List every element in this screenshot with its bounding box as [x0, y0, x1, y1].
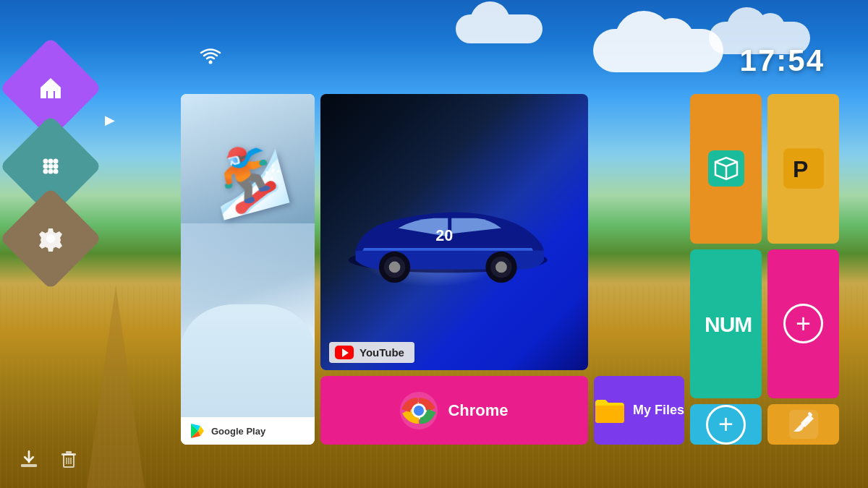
chrome-icon [400, 392, 438, 429]
chrome-label: Chrome [448, 401, 508, 420]
tile-chrome[interactable]: Chrome [320, 376, 588, 445]
tile-circle-add[interactable]: + [690, 404, 762, 445]
tile-num[interactable]: NUM [690, 249, 762, 399]
num-label: NUM [701, 304, 752, 343]
svg-rect-11 [21, 464, 37, 467]
youtube-logo [335, 346, 354, 359]
svg-text:NUM: NUM [705, 312, 752, 336]
svg-point-4 [54, 159, 59, 164]
svg-point-29 [495, 262, 507, 273]
myfiles-label: My Files [633, 403, 684, 418]
svg-text:P: P [793, 156, 808, 182]
tile-plex[interactable]: P [767, 94, 839, 244]
svg-point-9 [48, 169, 54, 174]
tile-myfiles[interactable]: My Files [594, 376, 684, 445]
download-icon[interactable] [14, 445, 43, 474]
tile-pink-add[interactable]: + [767, 249, 839, 399]
svg-text:20: 20 [435, 226, 453, 244]
svg-point-6 [48, 164, 54, 169]
google-play-image: 🏂 [181, 94, 315, 417]
svg-point-7 [54, 164, 59, 169]
snowboarder-figure: 🏂 [201, 134, 294, 223]
right-mini-grid: P NUM + + [690, 94, 839, 445]
add-circle-icon: + [706, 405, 746, 445]
apps-icon [38, 153, 64, 179]
google-play-label: Google Play [181, 417, 315, 445]
svg-point-8 [43, 169, 48, 174]
plus-circle-icon: + [783, 304, 823, 343]
car-svg: 20 [334, 149, 562, 328]
svg-rect-1 [48, 91, 54, 98]
clock-display: 17:54 [740, 43, 825, 78]
trash-icon[interactable] [54, 445, 83, 474]
svg-point-0 [209, 61, 213, 64]
wifi-icon [199, 47, 222, 72]
cloud2 [456, 14, 542, 43]
main-grid: 🏂 [181, 94, 839, 445]
svg-point-35 [414, 406, 424, 416]
tile-youtube[interactable]: 20 20 YouTube [320, 94, 588, 370]
nav-diamonds [14, 58, 87, 269]
svg-rect-14 [61, 453, 76, 455]
tile-tools[interactable] [767, 404, 839, 445]
svg-point-5 [43, 164, 48, 169]
svg-point-2 [43, 159, 48, 164]
svg-rect-15 [66, 451, 72, 453]
tile-box3d[interactable] [690, 94, 762, 244]
svg-point-3 [48, 159, 54, 164]
settings-icon [38, 226, 64, 252]
cloud1 [593, 29, 723, 72]
svg-point-26 [388, 262, 400, 273]
folder-icon [594, 397, 626, 424]
plex-logo: P [783, 148, 824, 189]
bottom-icons [14, 445, 83, 474]
youtube-label: YouTube [329, 342, 414, 363]
box3d-icon [705, 147, 747, 189]
tile-google-play[interactable]: 🏂 [181, 94, 315, 445]
svg-point-10 [54, 169, 59, 174]
tools-icon [783, 404, 824, 445]
home-icon [38, 75, 64, 101]
